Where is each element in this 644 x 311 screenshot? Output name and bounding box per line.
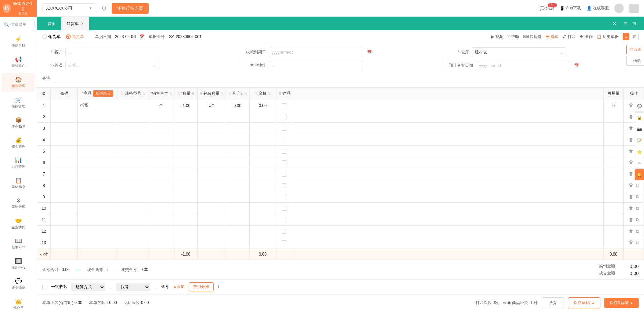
row-qty[interactable] [174,237,198,248]
row-product[interactable] [78,180,118,191]
row-gift[interactable] [276,237,293,248]
row-pkg-qty[interactable] [198,237,226,248]
row-product[interactable] [78,226,118,237]
row-qty[interactable] [174,214,198,226]
discount-info-icon[interactable]: ℹ [106,267,108,272]
maximize-button[interactable]: ⊟ [621,21,630,26]
row-gift[interactable] [276,203,293,214]
gift-checkbox[interactable] [282,229,287,234]
float-chat-button[interactable]: 💬 [635,101,644,112]
row-spec[interactable] [118,180,148,191]
row-product[interactable] [78,191,118,203]
gift-checkbox[interactable] [282,172,287,177]
row-qty[interactable] [174,111,198,123]
settings-side-button[interactable]: ◎ 设置 [626,45,644,54]
online-service-button[interactable]: 👤 在线客服 [586,5,609,11]
row-amount[interactable] [249,157,276,168]
row-spec[interactable] [118,123,148,134]
row-unit[interactable] [148,203,174,214]
row-unit[interactable] [148,157,174,168]
row-qty[interactable] [174,134,198,146]
expense-info-icon[interactable]: ℹ [218,285,219,289]
row-barcode[interactable] [51,134,78,146]
row-amount[interactable] [249,180,276,191]
row-unit[interactable] [148,146,174,157]
video-help-link[interactable]: ▶ 视频 [491,34,503,40]
price-info-icon[interactable]: ℹ [241,91,243,96]
sidebar-item-purchase[interactable]: 🛒 采购管理 [2,93,35,112]
row-pkg-qty[interactable] [198,226,226,237]
row-gift[interactable] [276,226,293,237]
add-payment-button[interactable]: ● 添加 [174,284,185,290]
user-avatar[interactable] [614,4,624,13]
gift-checkbox[interactable] [282,183,287,188]
gift-checkbox[interactable] [282,149,287,154]
row-price[interactable] [226,237,249,248]
row-price[interactable] [226,214,249,226]
row-spec[interactable] [118,226,148,237]
tab-close-icon[interactable]: ✕ [81,21,84,26]
row-price[interactable] [226,134,249,146]
warehouse-input[interactable]: 建材仓 ... [472,47,566,57]
gift-checkbox[interactable] [282,115,287,119]
row-price[interactable]: 0.00 [226,100,249,111]
arrears-info-icon[interactable]: ℹ [106,300,108,305]
app-download-button[interactable]: 📱 App下载 [560,5,581,11]
delete-row-button[interactable]: 🗑 [628,228,634,234]
delete-row-button[interactable]: 🗑 [628,216,634,223]
delete-row-button[interactable]: 🗑 [628,239,634,246]
float-note-button[interactable]: 📝 [635,135,644,146]
help-link[interactable]: ? 帮助 [507,34,519,40]
history-link[interactable]: 📋 历史单据 [597,34,619,40]
row-spec[interactable] [118,203,148,214]
sidebar-item-system[interactable]: ⚙ 系统管理 [2,194,35,213]
row-spec[interactable] [118,237,148,248]
row-barcode[interactable] [51,191,78,203]
row-gift[interactable] [276,123,293,134]
sidebar-item-cooperation[interactable]: 🤝 企业协同 [2,214,35,233]
row-amount[interactable] [249,226,276,237]
due-date-calendar-icon[interactable]: 📅 [367,50,372,55]
sidebar-item-wechat[interactable]: 💬 企业微信 [2,275,35,294]
row-gift[interactable] [276,134,293,146]
account-select[interactable]: 账号 [116,283,150,291]
row-pkg-qty[interactable] [198,146,226,157]
abandon-button[interactable]: 放弃 [542,297,564,308]
tab-home[interactable]: 首页 [42,17,61,30]
row-qty[interactable] [174,180,198,191]
row-pkg-qty[interactable]: 1个 [198,100,226,111]
row-price[interactable] [226,157,249,168]
row-unit[interactable] [148,226,174,237]
row-pkg-qty[interactable] [198,191,226,203]
close-window-button[interactable]: ✕ [608,20,621,27]
row-product[interactable] [78,203,118,214]
row-price[interactable] [226,146,249,157]
company-selector[interactable]: XXXXXX公司 ▼ [42,3,96,13]
gift-checkbox[interactable] [282,206,287,211]
radio-return-order[interactable]: 退货单 [66,34,84,40]
row-gift[interactable] [276,146,293,157]
row-spec[interactable] [118,214,148,226]
save-draft-button[interactable]: 保存草稿 ▲ [568,297,600,308]
row-pkg-qty[interactable] [198,203,226,214]
row-amount[interactable] [249,191,276,203]
row-unit[interactable] [148,123,174,134]
gift-checkbox[interactable] [282,240,287,245]
row-qty[interactable] [174,191,198,203]
copy-row-button[interactable]: ⧉ [635,205,640,212]
scan-button[interactable]: 扫码录入 [93,90,113,97]
delete-row-button[interactable]: 🗑 [628,205,634,211]
row-amount[interactable]: 0.00 [249,100,276,111]
row-product[interactable] [78,134,118,146]
trial-button[interactable]: 体验行业方案 [112,3,149,14]
delete-row-button[interactable]: 🗑 [628,182,634,189]
row-product[interactable] [78,146,118,157]
settlement-method-select[interactable]: 结算方式 [71,283,105,291]
sidebar-item-member[interactable]: 👑 畅会员 [2,295,35,311]
delete-row-button[interactable]: 🗑 [628,102,634,109]
row-unit[interactable] [148,111,174,123]
sidebar-item-marketing[interactable]: 📢 营销推广 [2,53,35,72]
row-amount[interactable] [249,237,276,248]
search-menu-button[interactable]: 🔍 搜索菜单 [2,20,35,29]
row-barcode[interactable] [51,111,78,123]
